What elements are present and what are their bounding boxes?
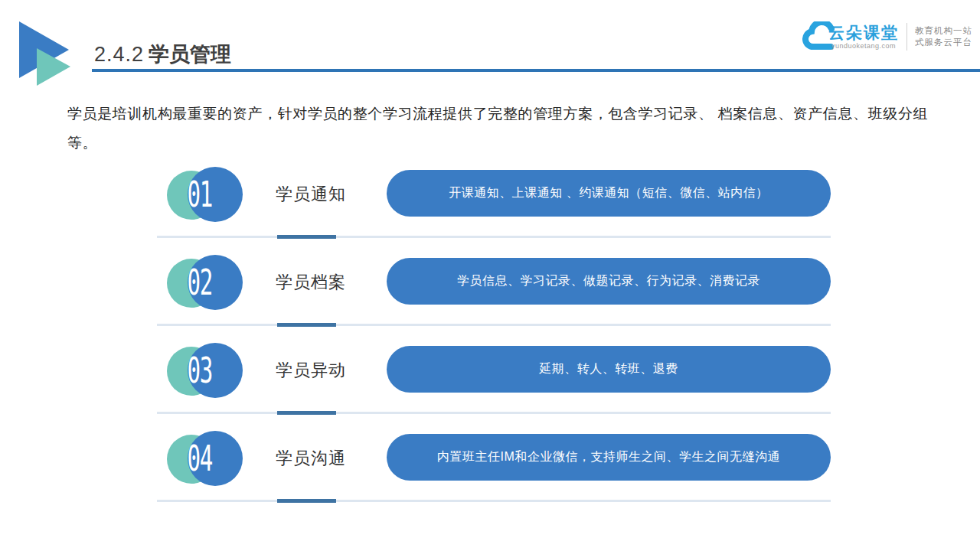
description-pill: 延期、转人、转班、退费 — [387, 346, 831, 393]
page-title: 2.4.2学员管理 — [94, 41, 231, 68]
triangle-icon — [17, 20, 74, 89]
divider-accent — [277, 499, 336, 503]
list-item-communicate: 04 学员沟通 内置班主任IM和企业微信，支持师生之间、学生之间无缝沟通 — [157, 414, 831, 502]
badge-number: 02 — [188, 262, 211, 303]
brand-name: 云朵课堂 — [828, 24, 899, 41]
row-divider — [157, 500, 831, 502]
number-badge: 03 — [157, 341, 241, 398]
row-label: 学员沟通 — [276, 414, 375, 502]
description-pill: 学员信息、学习记录、做题记录、行为记录、消费记录 — [387, 258, 831, 305]
intro-paragraph: 学员是培训机构最重要的资产，针对学员的整个学习流程提供了完整的管理方案，包含学习… — [67, 99, 928, 158]
logo-divider — [906, 23, 907, 51]
badge-number: 04 — [188, 438, 211, 479]
list-item-change: 03 学员异动 延期、转人、转班、退费 — [157, 326, 831, 414]
number-badge: 04 — [157, 429, 241, 486]
row-label: 学员异动 — [276, 326, 375, 414]
corner-triangles-logo — [17, 20, 74, 89]
brand-text: 云朵课堂 yunduoketang.com — [828, 24, 899, 50]
title-text: 学员管理 — [149, 43, 231, 66]
number-badge: 01 — [157, 165, 241, 222]
number-badge: 02 — [157, 253, 241, 310]
feature-list: 01 学员通知 开课通知、上课通知 、约课通知（短信、微信、站内信） 02 学员… — [157, 150, 831, 502]
description-pill: 开课通知、上课通知 、约课通知（短信、微信、站内信） — [387, 170, 831, 217]
brand-logo: 云朵课堂 yunduoketang.com 教育机构一站 式服务云平台 — [802, 21, 972, 52]
section-number: 2.4.2 — [94, 43, 144, 66]
badge-number: 03 — [188, 350, 211, 391]
row-label: 学员档案 — [276, 238, 375, 326]
description-pill: 内置班主任IM和企业微信，支持师生之间、学生之间无缝沟通 — [387, 434, 831, 481]
brand-domain: yunduoketang.com — [831, 42, 896, 50]
badge-number: 01 — [188, 174, 211, 215]
list-item-notify: 01 学员通知 开课通知、上课通知 、约课通知（短信、微信、站内信） — [157, 150, 831, 238]
title-underline — [92, 69, 980, 72]
list-item-archive: 02 学员档案 学员信息、学习记录、做题记录、行为记录、消费记录 — [157, 238, 831, 326]
row-label: 学员通知 — [276, 150, 375, 238]
brand-slogan: 教育机构一站 式服务云平台 — [915, 25, 972, 48]
